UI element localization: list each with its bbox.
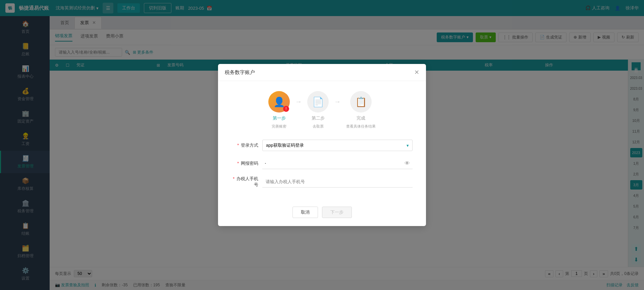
login-method-label: * 登录方式 [231, 142, 258, 148]
modal-next-btn[interactable]: 下一步 [322, 207, 352, 218]
tax-digital-modal: 税务数字账户 ✕ 👤 ! 第一步 完善账密 → [218, 64, 426, 226]
password-dots: • [265, 162, 267, 165]
steps-container: 👤 ! 第一步 完善账密 → 📄 第二步 去取票 → [231, 91, 413, 129]
step-2-title: 第二步 [312, 115, 325, 121]
password-row: * 网报密码 • 👁 [231, 158, 413, 169]
step-3-list-icon: 📋 [355, 96, 367, 107]
password-toggle-icon[interactable]: 👁 [405, 160, 410, 166]
step-3-desc: 查看具体任务结果 [346, 124, 376, 129]
phone-input[interactable] [262, 176, 413, 188]
step-3-title: 完成 [357, 115, 365, 121]
modal-body: 👤 ! 第一步 完善账密 → 📄 第二步 去取票 → [218, 81, 426, 201]
step-2-doc-icon: 📄 [312, 96, 324, 107]
login-method-row: * 登录方式 app获取验证码登录 ▾ [231, 140, 413, 151]
step-2: 📄 第二步 去取票 [307, 91, 329, 129]
step-1-desc: 完善账密 [272, 124, 286, 129]
step-1-user-icon: 👤 [273, 96, 285, 107]
password-input-wrap: • 👁 [262, 158, 413, 169]
login-method-select[interactable]: app获取验证码登录 ▾ [262, 140, 413, 151]
step-3: 📋 完成 查看具体任务结果 [346, 91, 376, 129]
select-dropdown-icon: ▾ [407, 143, 409, 148]
modal-header: 税务数字账户 ✕ [218, 64, 426, 81]
modal-close-btn[interactable]: ✕ [414, 69, 419, 76]
step-3-icon-wrap: 📋 [350, 91, 372, 113]
step-2-icon-wrap: 📄 [307, 91, 329, 113]
step-1-title: 第一步 [273, 115, 286, 121]
step-1: 👤 ! 第一步 完善账密 [268, 91, 290, 129]
step-arrow-1: → [290, 98, 307, 105]
step-arrow-2: → [329, 98, 346, 105]
step-1-badge: ! [283, 106, 289, 112]
modal-cancel-btn[interactable]: 取消 [292, 207, 318, 218]
phone-row: * 办税人手机号 [231, 176, 413, 188]
modal-title: 税务数字账户 [225, 69, 255, 76]
modal-form: * 登录方式 app获取验证码登录 ▾ * 网报密码 • [231, 140, 413, 188]
step-1-icon-wrap: 👤 ! [268, 91, 290, 113]
phone-label: * 办税人手机号 [231, 176, 258, 188]
modal-footer: 取消 下一步 [218, 201, 426, 226]
password-label: * 网报密码 [231, 160, 258, 166]
modal-overlay[interactable]: 税务数字账户 ✕ 👤 ! 第一步 完善账密 → [0, 0, 644, 290]
step-2-desc: 去取票 [313, 124, 324, 129]
